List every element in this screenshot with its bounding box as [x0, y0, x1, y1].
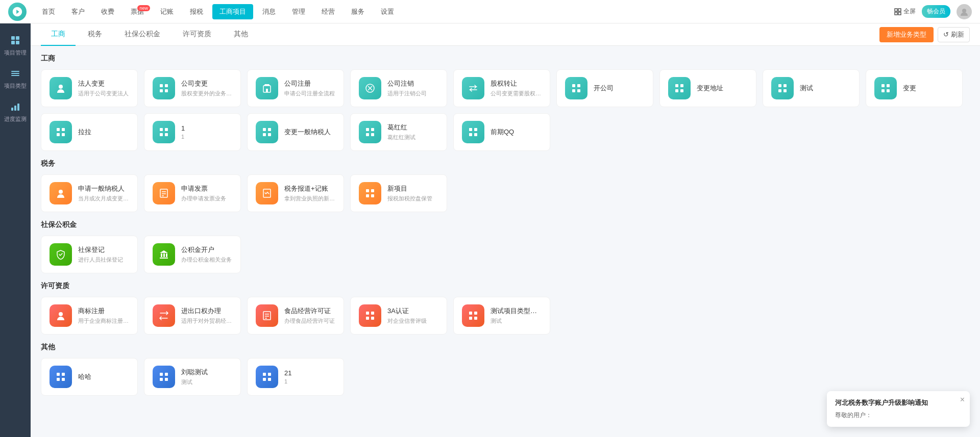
svg-rect-59	[469, 133, 472, 136]
card-text: 公司变更股权变更外的业务变更	[181, 79, 232, 97]
card-desc: 当月或次月成变更完成	[78, 195, 129, 202]
section-title: 工商	[41, 54, 970, 63]
svg-rect-85	[474, 312, 477, 315]
refresh-button[interactable]: ↺ 刷新	[938, 27, 970, 42]
card-拉拉[interactable]: 拉拉	[41, 113, 138, 151]
svg-rect-29	[675, 84, 678, 87]
card-变更[interactable]: 变更	[866, 69, 963, 107]
sidebar-item-project-mgmt[interactable]: 项目管理	[0, 29, 31, 62]
card-21[interactable]: 211	[247, 358, 344, 396]
nav-item-经营[interactable]: 经营	[314, 4, 342, 19]
card-法人变更[interactable]: 法人变更适用于公司变更法人	[41, 69, 138, 107]
card-股权转让[interactable]: 股权转让公司变更需要股权转让	[453, 69, 550, 107]
card-title: 刘聪测试	[181, 368, 232, 377]
card-变更地址[interactable]: 变更地址	[659, 69, 756, 107]
card-哈哈[interactable]: 哈哈	[41, 358, 138, 396]
card-text: 进出口权办理适用于对外贸易经营者	[181, 306, 232, 325]
card-text: 拉拉	[78, 127, 129, 137]
card-前期QQ[interactable]: 前期QQ	[453, 113, 550, 151]
sidebar-item-project-type[interactable]: 项目类型	[0, 62, 31, 95]
cards-grid: 商标注册用于企业商标注册服务进出口权办理适用于对外贸易经营者食品经营许可证办理食…	[41, 297, 970, 335]
card-社保登记[interactable]: 社保登记进行人员社保登记	[41, 236, 138, 273]
card-公司注册[interactable]: 公司注册申请公司注册全流程	[247, 69, 344, 107]
nav-item-报税[interactable]: 报税	[183, 4, 210, 19]
nav-item-设置[interactable]: 设置	[374, 4, 401, 19]
card-desc: 办理申请发票业务	[181, 195, 232, 202]
card-title: 公积金开户	[181, 245, 232, 254]
svg-rect-68	[371, 189, 374, 192]
card-title: 开公司	[594, 84, 645, 93]
svg-rect-16	[160, 84, 163, 87]
svg-rect-55	[366, 133, 369, 136]
tabs-bar-actions: 新增业务类型 ↺ 刷新	[879, 27, 970, 42]
grid-icon	[50, 366, 72, 388]
card-开公司[interactable]: 开公司	[556, 69, 653, 107]
tab-其他[interactable]: 其他	[224, 23, 258, 46]
member-btn[interactable]: 畅会员	[922, 5, 950, 18]
card-新项目[interactable]: 新项目报税加税控盘保管	[350, 174, 447, 212]
card-公积金开户[interactable]: 公积金开户办理公积金相关业务	[144, 236, 241, 273]
card-text: 211	[284, 369, 335, 384]
svg-rect-11	[11, 75, 19, 76]
fullscreen-btn[interactable]: 全屏	[894, 7, 916, 16]
main-content: 工商税务社保公积金许可资质其他 新增业务类型 ↺ 刷新 工商法人变更适用于公司变…	[31, 23, 980, 437]
svg-rect-89	[62, 373, 65, 376]
card-1[interactable]: 11	[144, 113, 241, 151]
card-title: 股权转让	[491, 79, 542, 88]
nav-item-客户[interactable]: 客户	[64, 4, 92, 19]
card-desc: 申请公司注册全流程	[284, 90, 335, 97]
fullscreen-label: 全屏	[903, 7, 916, 16]
card-商标注册[interactable]: 商标注册用于企业商标注册服务	[41, 297, 138, 335]
card-申请发票[interactable]: 申请发票办理申请发票业务	[144, 174, 241, 212]
card-变更一般纳税人[interactable]: 变更一般纳税人	[247, 113, 344, 151]
grid-icon	[153, 121, 175, 143]
notification-close-btn[interactable]: ×	[960, 395, 965, 404]
card-title: 变更	[903, 84, 954, 93]
svg-rect-72	[163, 253, 165, 257]
nav-item-服务[interactable]: 服务	[344, 4, 372, 19]
svg-rect-57	[469, 128, 472, 131]
sidebar-item-progress[interactable]: 进度监测	[0, 95, 31, 128]
grid-icon	[462, 121, 484, 143]
tab-社保公积金[interactable]: 社保公积金	[114, 23, 170, 46]
nav-item-管理[interactable]: 管理	[285, 4, 312, 19]
svg-rect-30	[680, 84, 683, 87]
nav-item-票据[interactable]: 票据new	[124, 4, 151, 19]
card-公司注销[interactable]: 公司注销适用于注销公司	[350, 69, 447, 107]
card-title: 公司注册	[284, 79, 335, 88]
nav-item-消息[interactable]: 消息	[255, 4, 283, 19]
cancel-icon	[359, 77, 381, 99]
card-申请一般纳税人[interactable]: 申请一般纳税人当月或次月成变更完成	[41, 174, 138, 212]
card-刘聪测试[interactable]: 刘聪测试测试	[144, 358, 241, 396]
avatar[interactable]	[957, 4, 972, 19]
card-text: 商标注册用于企业商标注册服务	[78, 306, 129, 325]
card-税务报道+记账[interactable]: 税务报道+记账拿到营业执照的新公司	[247, 174, 344, 212]
tab-许可资质[interactable]: 许可资质	[173, 23, 222, 46]
card-desc: 办理食品经营许可证	[284, 317, 335, 325]
card-3A认证[interactable]: 3A认证对企业信誉评级	[350, 297, 447, 335]
logo[interactable]	[8, 3, 27, 21]
card-葛红红[interactable]: 葛红红葛红红测试	[350, 113, 447, 151]
svg-rect-58	[474, 128, 477, 131]
nav-item-记账[interactable]: 记账	[153, 4, 181, 19]
card-食品经营许可证[interactable]: 食品经营许可证办理食品经营许可证	[247, 297, 344, 335]
nav-item-收费[interactable]: 收费	[94, 4, 121, 19]
nav-item-工商项目[interactable]: 工商项目	[212, 4, 253, 19]
card-测试[interactable]: 测试	[763, 69, 860, 107]
grid-icon	[50, 121, 72, 143]
card-测试项目类型自定义[interactable]: 测试项目类型自定义测试	[453, 297, 550, 335]
tab-工商[interactable]: 工商	[41, 23, 76, 46]
card-公司变更[interactable]: 公司变更股权变更外的业务变更	[144, 69, 241, 107]
svg-rect-14	[17, 104, 19, 111]
refresh-label: 刷新	[951, 30, 964, 39]
tabs-bar: 工商税务社保公积金许可资质其他 新增业务类型 ↺ 刷新	[31, 23, 980, 46]
new-business-type-button[interactable]: 新增业务类型	[879, 27, 934, 42]
nav-items: 首页客户收费票据new记账报税工商项目消息管理经营服务设置	[35, 4, 894, 19]
svg-rect-27	[572, 89, 575, 92]
svg-rect-5	[11, 36, 15, 40]
card-进出口权办理[interactable]: 进出口权办理适用于对外贸易经营者	[144, 297, 241, 335]
tab-税务[interactable]: 税务	[78, 23, 112, 46]
svg-rect-31	[675, 89, 678, 92]
card-text: 哈哈	[78, 372, 129, 381]
nav-item-首页[interactable]: 首页	[35, 4, 62, 19]
